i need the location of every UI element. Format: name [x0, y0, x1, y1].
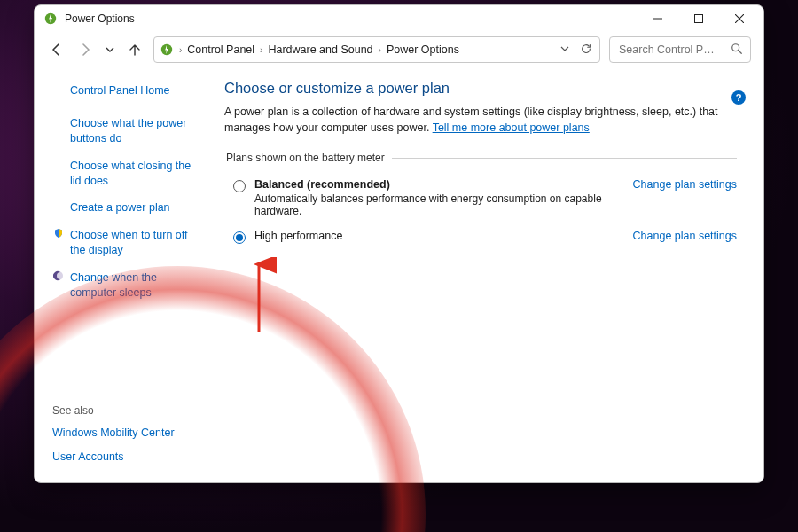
- shield-icon: [52, 228, 65, 239]
- radio-balanced[interactable]: [233, 180, 246, 192]
- sidebar-see-also-mobility[interactable]: Windows Mobility Center: [52, 426, 175, 441]
- plan-high-performance-label: High performance: [254, 230, 624, 242]
- up-button[interactable]: [125, 40, 145, 59]
- search-input[interactable]: [617, 43, 725, 57]
- recent-dropdown[interactable]: [104, 40, 116, 59]
- sidebar-item-closing-lid[interactable]: Choose what closing the lid does: [70, 159, 203, 189]
- minimize-button[interactable]: [638, 5, 678, 32]
- breadcrumb[interactable]: Hardware and Sound: [268, 43, 372, 56]
- change-plan-settings-balanced[interactable]: Change plan settings: [633, 178, 737, 191]
- svg-rect-1: [695, 15, 703, 23]
- sidebar-item-computer-sleeps[interactable]: Change when the computer sleeps: [70, 270, 203, 301]
- breadcrumb[interactable]: Power Options: [387, 43, 459, 56]
- chevron-down-icon[interactable]: [560, 43, 569, 56]
- plan-group: Plans shown on the battery meter Balance…: [224, 152, 737, 256]
- sidebar-item-power-buttons[interactable]: Choose what the power buttons do: [70, 116, 203, 146]
- address-bar[interactable]: › Control Panel › Hardware and Sound › P…: [153, 36, 600, 63]
- learn-more-link[interactable]: Tell me more about power plans: [433, 121, 590, 134]
- plan-high-performance: High performance Change plan settings: [233, 230, 737, 244]
- titlebar: Power Options: [35, 5, 763, 32]
- nav-row: › Control Panel › Hardware and Sound › P…: [35, 32, 763, 67]
- see-also-heading: See also: [52, 404, 203, 417]
- plan-balanced-desc: Automatically balances performance with …: [254, 192, 624, 217]
- sidebar-home[interactable]: Control Panel Home: [70, 83, 170, 98]
- search-icon[interactable]: [731, 43, 743, 58]
- breadcrumb-icon: [160, 43, 174, 57]
- main-pane: Choose or customize a power plan A power…: [212, 67, 763, 482]
- breadcrumb[interactable]: Control Panel: [187, 43, 254, 56]
- window-title: Power Options: [65, 12, 135, 25]
- radio-high-performance[interactable]: [233, 231, 246, 244]
- plan-balanced: Balanced (recommended) Automatically bal…: [233, 178, 737, 217]
- chevron-right-icon: ›: [260, 45, 262, 55]
- sidebar-see-also-accounts[interactable]: User Accounts: [52, 450, 124, 465]
- close-button[interactable]: [719, 5, 760, 32]
- page-description: A power plan is a collection of hardware…: [224, 104, 737, 136]
- app-icon: [43, 12, 58, 26]
- refresh-button[interactable]: [580, 43, 592, 58]
- change-plan-settings-high[interactable]: Change plan settings: [633, 230, 737, 242]
- sidebar-item-create-plan[interactable]: Create a power plan: [70, 200, 170, 215]
- moon-icon: [52, 270, 65, 281]
- maximize-button[interactable]: [678, 5, 719, 32]
- chevron-right-icon: ›: [379, 45, 381, 55]
- power-options-window: Power Options: [34, 4, 764, 483]
- forward-button[interactable]: [75, 40, 95, 59]
- plan-balanced-label: Balanced (recommended): [254, 178, 624, 191]
- sidebar: Control Panel Home Choose what the power…: [35, 67, 212, 482]
- page-title: Choose or customize a power plan: [224, 80, 737, 97]
- chevron-right-icon: ›: [179, 45, 182, 55]
- search-box[interactable]: [609, 36, 751, 63]
- sidebar-item-turn-off-display[interactable]: Choose when to turn off the display: [70, 228, 203, 258]
- plan-group-legend: Plans shown on the battery meter: [224, 152, 392, 164]
- back-button[interactable]: [47, 40, 66, 59]
